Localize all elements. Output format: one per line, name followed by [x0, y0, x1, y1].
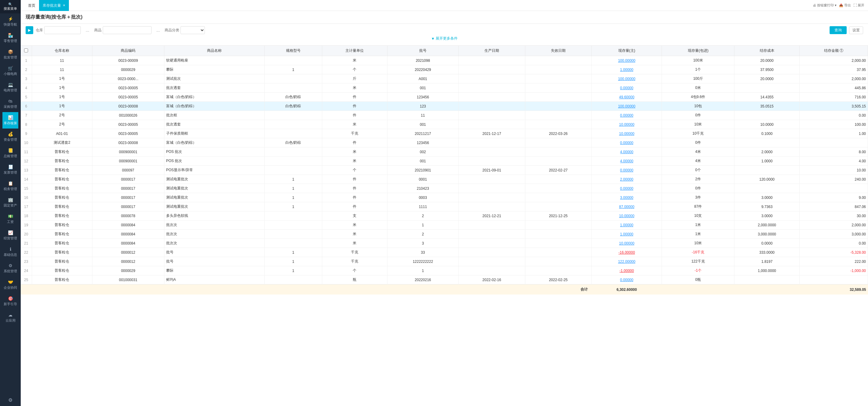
row-stock-amount: 100.00 — [800, 120, 868, 129]
sidebar-item-零售管理[interactable]: 🏪零售管理 — [2, 30, 18, 46]
row-goods-name: 攀际 — [164, 266, 264, 275]
sidebar-item-税务管理[interactable]: 📋税务管理 — [2, 178, 18, 194]
row-expire-date — [525, 266, 591, 275]
col-seq — [21, 46, 32, 56]
filter-collapse-btn[interactable]: ▶ — [26, 26, 33, 34]
row-unit-cost: 333.0000 — [734, 248, 799, 257]
row-unit: 件 — [322, 175, 387, 184]
row-unit-cost: 0.1000 — [734, 129, 799, 138]
row-stock-qty[interactable]: 10.00000 — [591, 129, 662, 138]
table-row: 7 2号 001000026 批次框 件 11 0.00000 0件 0.00 — [21, 111, 868, 120]
row-stock-qty-unit: 1个 — [662, 65, 734, 74]
row-spec: 1 — [264, 175, 322, 184]
row-stock-qty[interactable]: 0.00000 — [591, 166, 662, 175]
row-stock-qty[interactable]: 3.00000 — [591, 193, 662, 202]
row-stock-qty[interactable]: 4.00000 — [591, 147, 662, 157]
row-unit-cost: 10.0000 — [734, 120, 799, 129]
sidebar-item-小额电商[interactable]: 🛒小额电商 — [2, 63, 18, 79]
row-expire-date — [525, 65, 591, 74]
sidebar-item-新手引导[interactable]: 🎯新手引导 — [2, 293, 18, 309]
row-stock-qty[interactable]: 122.00000 — [591, 257, 662, 266]
row-stock-qty[interactable]: 1.00000 — [591, 221, 662, 230]
table-row: 9 A01-01 0023-00005 子件保质期框 千克 20211217 2… — [21, 129, 868, 138]
row-goods-code: 0023-00005 — [92, 129, 164, 138]
expand-arrow-icon: ▼ — [431, 37, 435, 41]
table-row: 23 普客粒仓 0000012 批号 1 千克 1222222222 122.0… — [21, 257, 868, 266]
row-stock-qty-unit: 0件 — [662, 138, 734, 147]
row-stock-qty[interactable]: 100.00000 — [591, 56, 662, 65]
row-produce-date — [459, 93, 525, 102]
sidebar-item-工资[interactable]: 💵工资 — [2, 211, 18, 227]
row-seq: 25 — [21, 275, 32, 284]
sidebar-item-企业协同[interactable]: 🤝企业协同 — [2, 276, 18, 293]
row-batch-no: 0001 — [387, 175, 459, 184]
sidebar-item-发票管理[interactable]: 🧾发票管理 — [2, 162, 18, 178]
row-unit: 米 — [322, 120, 387, 129]
row-stock-amount: 2,000.00 — [800, 221, 868, 230]
row-unit: 个 — [322, 65, 387, 74]
row-stock-qty[interactable]: 0.00000 — [591, 275, 662, 284]
sidebar-item-云应用[interactable]: ☁云应用 — [2, 309, 18, 326]
row-stock-qty[interactable]: 0.00000 — [591, 184, 662, 193]
sidebar-item-经营管理[interactable]: 📈经营管理 — [2, 227, 18, 244]
row-stock-qty[interactable]: 4.00000 — [591, 157, 662, 166]
row-goods-name: 攀际 — [164, 65, 264, 74]
warehouse-input[interactable] — [44, 26, 81, 34]
row-expire-date — [525, 257, 591, 266]
row-seq: 21 — [21, 239, 32, 248]
row-stock-qty[interactable]: 100.00000 — [591, 102, 662, 111]
row-stock-qty[interactable]: 100.00000 — [591, 74, 662, 83]
row-batch-no: 2 — [387, 230, 459, 239]
export-btn[interactable]: 📤 导出 — [839, 3, 851, 8]
row-unit: 件 — [322, 202, 387, 211]
row-stock-qty[interactable]: 1.00000 — [591, 65, 662, 74]
print-btn[interactable]: 🖨 按钮窗打印 ▾ — [813, 3, 837, 8]
settings-button[interactable]: 设置 — [849, 27, 863, 34]
goods-filter: 商品 — [94, 26, 152, 34]
row-stock-qty[interactable]: 10.00000 — [591, 120, 662, 129]
sidebar-item-库存核算[interactable]: 📊库存核算 — [2, 112, 18, 129]
row-stock-qty[interactable]: 49.60000 — [591, 93, 662, 102]
tab-inventory-batch[interactable]: 库存批次量 ✕ — [39, 0, 69, 11]
row-stock-qty[interactable]: 0.00000 — [591, 138, 662, 147]
row-spec — [264, 221, 322, 230]
sidebar-item-批发管理[interactable]: 📦批发管理 — [2, 46, 18, 63]
row-stock-qty[interactable]: 1.00000 — [591, 230, 662, 239]
sidebar-icon: 💵 — [8, 214, 13, 219]
category-select[interactable] — [181, 26, 205, 34]
sidebar-icon: 📈 — [8, 230, 13, 235]
row-seq: 4 — [21, 83, 32, 93]
row-stock-qty[interactable]: 10.00000 — [591, 211, 662, 221]
row-stock-qty[interactable]: -16.00000 — [591, 248, 662, 257]
row-seq: 13 — [21, 166, 32, 175]
row-stock-qty[interactable]: 87.00000 — [591, 202, 662, 211]
row-unit-cost: 14.4355 — [734, 93, 799, 102]
select-all-checkbox[interactable] — [24, 48, 28, 53]
row-stock-qty[interactable]: 0.00000 — [591, 111, 662, 120]
expand-btn[interactable]: ⛶ 展开 — [854, 3, 864, 8]
close-tab-icon[interactable]: ✕ — [63, 0, 65, 11]
sidebar-item-电商管理[interactable]: 💻电商管理 — [2, 79, 18, 96]
sidebar-item-总账管理[interactable]: 📒总账管理 — [2, 145, 18, 162]
sidebar-gear[interactable]: ⚙ — [0, 394, 21, 406]
sidebar-item-采购管理[interactable]: 🛍采购管理 — [2, 96, 18, 112]
row-stock-qty[interactable]: 0.00000 — [591, 83, 662, 93]
row-unit: 米 — [322, 157, 387, 166]
expand-conditions-btn[interactable]: ▼ 展开更多条件 — [431, 36, 458, 41]
sidebar-search[interactable]: 🔍 搜索菜单 — [0, 0, 21, 13]
sidebar-item-固定资产[interactable]: 🏢固定资产 — [2, 194, 18, 211]
sidebar-item-资金管理[interactable]: 💰资金管理 — [2, 129, 18, 145]
row-stock-qty[interactable]: -1.00000 — [591, 266, 662, 275]
table-row: 17 普客粒仓 0000017 测试电重批次 1 件 1111 87.00000… — [21, 202, 868, 211]
sidebar-item-系统管理[interactable]: ⚙系统管理 — [2, 260, 18, 276]
row-stock-qty[interactable]: 2.00000 — [591, 175, 662, 184]
sidebar-item-快捷导航[interactable]: ⚡快捷导航 — [2, 13, 18, 30]
table-row: 19 普客粒仓 0000084 批次次 米 1 1.00000 1米 2,000… — [21, 221, 868, 230]
goods-input[interactable] — [103, 26, 152, 34]
row-produce-date — [459, 138, 525, 147]
page-title: 现存量查询(按仓库＋批次) — [26, 14, 863, 21]
tab-home[interactable]: 首页 — [24, 0, 39, 11]
search-button[interactable]: 查询 — [830, 26, 847, 34]
sidebar-item-基础信息[interactable]: ℹ基础信息 — [2, 244, 18, 260]
row-stock-qty[interactable]: 10.00000 — [591, 239, 662, 248]
